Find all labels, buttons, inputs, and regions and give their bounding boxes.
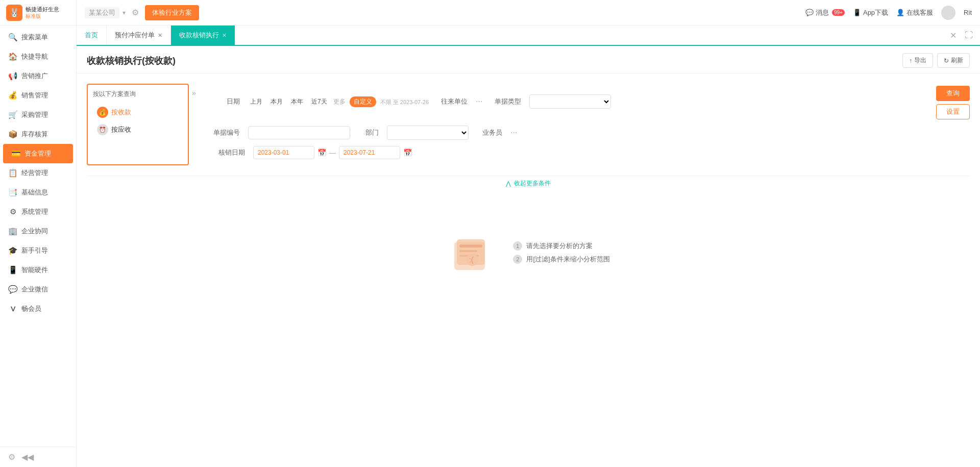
collapse-sidebar-icon[interactable]: ◀◀ [21, 452, 34, 462]
sidebar-item-purchase[interactable]: 🛒 采购管理 [0, 105, 76, 125]
sidebar-item-system[interactable]: ⚙ 系统管理 [0, 202, 76, 222]
sidebar-item-guide[interactable]: 🎓 新手引导 [0, 241, 76, 260]
online-service-button[interactable]: 👤 在线客服 [896, 8, 933, 17]
sidebar-item-quick-nav[interactable]: 🏠 快捷导航 [0, 47, 76, 66]
finance-icon: 💳 [11, 149, 20, 158]
sidebar-logo: 🐰 畅捷通好生意 标准版 [0, 0, 76, 26]
fullscreen-icon[interactable]: ⛶ [963, 29, 975, 42]
sidebar-item-member[interactable]: Ⅴ 畅会员 [0, 299, 76, 318]
sidebar-item-enterprise[interactable]: 🏢 企业协同 [0, 222, 76, 241]
prepay-tab-label: 预付冲应付单 [115, 31, 155, 40]
date-separator: — [329, 149, 336, 157]
receipt-option-icon: 💰 [97, 107, 108, 118]
shortcut-more[interactable]: 更多 [333, 97, 346, 106]
settings-bottom-icon[interactable]: ⚙ [8, 452, 15, 462]
receivable-option-icon: ⏰ [97, 124, 108, 135]
export-button[interactable]: ↑ 导出 [902, 53, 933, 68]
verify-date-start-calendar-icon[interactable]: 📅 [317, 149, 326, 157]
sidebar-item-operation[interactable]: 📋 经营管理 [0, 163, 76, 183]
message-button[interactable]: 💬 消息 99+ [805, 8, 845, 17]
message-badge: 99+ [832, 9, 845, 16]
svg-rect-3 [459, 250, 477, 252]
staff-dots-icon: ··· [510, 128, 517, 137]
company-dropdown-icon[interactable]: ▾ [122, 9, 126, 16]
empty-content: :( 1 请先选择要分析的方案 2 用[过滤]条件来缩小分析范围 [447, 232, 609, 278]
empty-hint-2: 2 用[过滤]条件来缩小分析范围 [513, 255, 609, 264]
close-tab-icon[interactable]: ✕ [948, 29, 959, 42]
page-container: 收款核销执行(按收款) ↑ 导出 ↻ 刷新 按以下方案查询 [77, 46, 980, 467]
app-download-button[interactable]: 📱 App下载 [853, 8, 888, 17]
shortcut-7days[interactable]: 近7天 [309, 96, 329, 107]
query-button[interactable]: 查询 [936, 86, 970, 101]
topbar-gear-icon[interactable]: ⚙ [132, 8, 139, 17]
filter-area: 按以下方案查询 💰 按收款 ⏰ 按应收 » 日期 [77, 73, 980, 176]
shortcut-this-month[interactable]: 本月 [268, 96, 285, 107]
shortcut-this-year[interactable]: 本年 [289, 96, 305, 107]
doc-no-input[interactable] [248, 126, 350, 139]
tab-home[interactable]: 首页 [77, 26, 107, 45]
dept-label: 部门 [358, 128, 379, 137]
page-title: 收款核销执行(按收款) [87, 55, 176, 67]
member-icon: Ⅴ [8, 305, 17, 313]
sidebar-item-sales[interactable]: 💰 销售管理 [0, 86, 76, 105]
tab-actions: ✕ ⛶ [948, 26, 980, 45]
guide-icon: 🎓 [8, 246, 17, 255]
tab-collect[interactable]: 收款核销执行 ✕ [171, 26, 235, 45]
operation-icon: 📋 [8, 168, 17, 178]
collapse-more-btn[interactable]: ⋀ 收起更多条件 [87, 176, 970, 191]
sidebar-item-search-menu[interactable]: 🔍 搜索菜单 [0, 28, 76, 47]
empty-hints: 1 请先选择要分析的方案 2 用[过滤]条件来缩小分析范围 [513, 241, 609, 268]
dept-select[interactable] [387, 126, 469, 140]
verify-date-group: 📅 — 📅 [253, 146, 412, 159]
sidebar-item-finance[interactable]: 💳 资金管理 [3, 144, 73, 163]
verify-date-start-input[interactable] [253, 146, 314, 159]
tab-prepay[interactable]: 预付冲应付单 ✕ [107, 26, 171, 45]
filter-actions: 查询 设置 [936, 84, 970, 119]
empty-illustration: :( [447, 232, 498, 278]
user-avatar[interactable] [941, 6, 955, 20]
logo-text: 畅捷通好生意 标准版 [26, 6, 59, 19]
refresh-button[interactable]: ↻ 刷新 [937, 53, 970, 68]
shortcut-custom[interactable]: 自定义 [350, 96, 376, 107]
collect-tab-close-icon[interactable]: ✕ [222, 32, 227, 39]
verify-date-label: 核销日期 [209, 148, 245, 157]
home-icon: 🏠 [8, 52, 17, 61]
solution-button[interactable]: 体验行业方案 [145, 5, 199, 20]
page-header: 收款核销执行(按收款) ↑ 导出 ↻ 刷新 [77, 46, 980, 73]
filter-option-by-receipt[interactable]: 💰 按收款 [93, 104, 183, 121]
logo-icon: 🐰 [6, 5, 22, 21]
verify-date-end-input[interactable] [339, 146, 400, 159]
sidebar-item-inventory[interactable]: 📦 库存核算 [0, 125, 76, 144]
filter-collapse-btn[interactable]: » [189, 79, 199, 170]
doc-type-label: 单据类型 [491, 97, 521, 106]
home-tab-label: 首页 [85, 31, 98, 40]
filter-option-by-receivable[interactable]: ⏰ 按应收 [93, 121, 183, 138]
wechat-icon: 💬 [8, 285, 17, 294]
message-icon: 💬 [805, 9, 814, 16]
sidebar-item-basic[interactable]: 📑 基础信息 [0, 183, 76, 202]
doc-no-label: 单据编号 [209, 128, 240, 137]
sidebar-item-hardware[interactable]: 📱 智能硬件 [0, 260, 76, 280]
page-actions: ↑ 导出 ↻ 刷新 [902, 53, 970, 68]
sidebar: 🐰 畅捷通好生意 标准版 🔍 搜索菜单 🏠 快捷导航 📢 营销推广 💰 销售管理… [0, 0, 77, 467]
content-area: 收款核销执行(按收款) ↑ 导出 ↻ 刷新 按以下方案查询 [77, 46, 980, 467]
purchase-icon: 🛒 [8, 110, 17, 119]
collect-tab-label: 收款核销执行 [179, 31, 219, 40]
service-icon: 👤 [896, 9, 904, 16]
setting-button[interactable]: 设置 [936, 104, 970, 119]
empty-hint-1: 1 请先选择要分析的方案 [513, 241, 609, 251]
sidebar-bottom: ⚙ ◀◀ [0, 447, 76, 467]
tabbar: 首页 预付冲应付单 ✕ 收款核销执行 ✕ ✕ ⛶ [77, 26, 980, 46]
export-icon: ↑ [909, 57, 912, 64]
doc-type-select[interactable] [529, 94, 611, 109]
date-sub: 不限 至 2023-07-26 [380, 97, 429, 106]
sidebar-item-wechat[interactable]: 💬 企业微信 [0, 280, 76, 299]
filter-row-3: 核销日期 📅 — 📅 [209, 146, 970, 159]
prepay-tab-close-icon[interactable]: ✕ [158, 32, 162, 39]
shortcut-prev-month[interactable]: 上月 [248, 96, 264, 107]
filter-row-2: 单据编号 部门 业务员 ··· [209, 126, 970, 140]
svg-rect-2 [459, 244, 482, 248]
verify-date-end-calendar-icon[interactable]: 📅 [403, 149, 412, 157]
system-icon: ⚙ [8, 207, 17, 216]
sidebar-item-marketing[interactable]: 📢 营销推广 [0, 66, 76, 86]
